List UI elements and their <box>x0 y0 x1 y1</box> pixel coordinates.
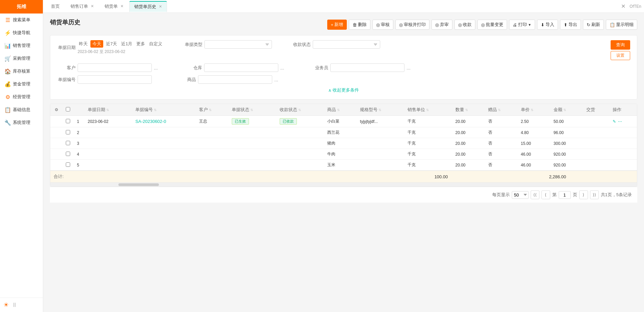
page-size-select[interactable]: 20 50 100 <box>512 191 529 199</box>
row-checkbox[interactable] <box>66 141 70 145</box>
th-spec[interactable]: 规格型号⇅ <box>357 104 404 116</box>
warehouse-dots[interactable]: ... <box>280 65 284 71</box>
tab-sales-order[interactable]: 销售订单 ✕ <box>65 1 99 12</box>
th-settings[interactable]: ⚙ <box>50 104 62 116</box>
tab-sales-history-close[interactable]: ✕ <box>159 4 162 9</box>
horizontal-scrollbar[interactable] <box>50 182 637 186</box>
th-amount[interactable]: 金额⇅ <box>550 104 583 116</box>
tab-home[interactable]: 首页 <box>46 1 65 12</box>
th-doc-no[interactable]: 单据编号⇅ <box>132 104 196 116</box>
th-unit[interactable]: 销售单位⇅ <box>404 104 452 116</box>
tab-sales-history[interactable]: 销货单历史 ✕ <box>129 1 167 12</box>
audit-icon: ◎ <box>376 22 380 27</box>
row-checkbox[interactable] <box>66 130 70 134</box>
tab-sales-order-close[interactable]: ✕ <box>91 4 94 8</box>
customer-dots[interactable]: ... <box>154 65 158 71</box>
print-button[interactable]: 🖨 打印 ▼ <box>509 20 535 30</box>
first-page-button[interactable]: ⟨⟨ <box>531 190 539 199</box>
sidebar-bottom-icon1[interactable]: ☀ <box>3 301 9 309</box>
doc-type-input[interactable] <box>204 40 272 49</box>
goods-dots[interactable]: ... <box>274 77 278 82</box>
doc-no-link[interactable]: SA-20230602-0 <box>135 119 166 124</box>
sidebar-item-basic-info[interactable]: 📋 基础信息 <box>0 103 43 116</box>
scroll-thumb[interactable] <box>118 183 159 186</box>
sidebar-bottom-icon2[interactable]: ⏸ <box>11 302 18 309</box>
sidebar-item-search-menu[interactable]: ☰ 搜索菜单 <box>0 14 43 26</box>
td-checkbox[interactable] <box>62 116 74 127</box>
sidebar-item-ops-mgmt[interactable]: ⚙ 经营管理 <box>0 90 43 103</box>
th-customer[interactable]: 客户⇅ <box>196 104 228 116</box>
audit-print-button[interactable]: ◎ 审核并打印 <box>395 20 429 30</box>
td-doc-no[interactable] <box>132 149 196 160</box>
td-action[interactable] <box>609 127 637 138</box>
show-detail-button[interactable]: 📋 显示明细 <box>606 20 637 30</box>
row-checkbox[interactable] <box>66 162 70 167</box>
row-checkbox[interactable] <box>66 119 70 123</box>
th-doc-status[interactable]: 单据状态⇅ <box>228 104 276 116</box>
sidebar-item-sales-mgmt[interactable]: 📊 销售管理 <box>0 39 43 52</box>
sidebar-item-sys-mgmt[interactable]: 🔧 系统管理 <box>0 116 43 129</box>
page-number-input[interactable] <box>559 191 571 199</box>
more-btn[interactable]: ⋯ <box>618 119 622 124</box>
th-gift[interactable]: 赠品⇅ <box>485 104 517 116</box>
td-doc-no[interactable] <box>132 127 196 138</box>
doc-no-input[interactable] <box>78 75 152 84</box>
shortcut-today[interactable]: 今天 <box>90 40 103 48</box>
sidebar-item-purchase-mgmt[interactable]: 🛒 采购管理 <box>0 52 43 65</box>
shortcut-last7[interactable]: 近7天 <box>105 40 118 48</box>
td-checkbox[interactable] <box>62 127 74 138</box>
staff-input[interactable] <box>330 63 404 72</box>
shortcut-more[interactable]: 更多 <box>135 40 146 48</box>
warehouse-input[interactable] <box>204 63 278 72</box>
shortcut-yesterday[interactable]: 昨天 <box>78 40 89 48</box>
td-action[interactable] <box>609 149 637 160</box>
edit-btn[interactable]: ✎ <box>613 119 616 124</box>
td-settings <box>50 138 62 149</box>
td-checkbox[interactable] <box>62 138 74 149</box>
batch-change-button[interactable]: ◎ 批量变更 <box>477 20 507 30</box>
th-price[interactable]: 单价⇅ <box>517 104 550 116</box>
next-page-button[interactable]: ⟩ <box>579 190 588 199</box>
th-goods[interactable]: 商品⇅ <box>324 104 357 116</box>
sidebar-item-inventory[interactable]: 🏠 库存核算 <box>0 65 43 78</box>
select-all-checkbox[interactable] <box>66 107 70 111</box>
collect-label: 收款 <box>463 22 472 28</box>
goods-input[interactable] <box>198 75 272 84</box>
abandon-button[interactable]: ◎ 弃审 <box>431 20 452 30</box>
td-doc-no[interactable]: SA-20230602-0 <box>132 116 196 127</box>
new-button[interactable]: + 新增 <box>327 20 347 30</box>
collect-button[interactable]: ◎ 收款 <box>454 20 475 30</box>
th-payment-status[interactable]: 收款状态⇅ <box>276 104 324 116</box>
refresh-button[interactable]: ↻ 刷新 <box>583 20 604 30</box>
th-qty[interactable]: 数量⇅ <box>452 104 485 116</box>
tab-sales-goods[interactable]: 销货单 ✕ <box>100 1 129 12</box>
sidebar-item-quick-nav[interactable]: ⚡ 快捷导航 <box>0 26 43 39</box>
export-button[interactable]: ⬆ 导出 <box>560 20 581 30</box>
import-button[interactable]: ⬇ 导入 <box>537 20 558 30</box>
sidebar-item-capital-mgmt[interactable]: 💰 资金管理 <box>0 78 43 90</box>
td-action[interactable]: ✎⋯ <box>609 116 637 127</box>
td-doc-no[interactable] <box>132 160 196 171</box>
td-checkbox[interactable] <box>62 160 74 171</box>
prev-page-button[interactable]: ⟨ <box>541 190 550 199</box>
td-checkbox[interactable] <box>62 149 74 160</box>
tab-sales-goods-close[interactable]: ✕ <box>120 4 123 8</box>
td-doc-no[interactable] <box>132 138 196 149</box>
tab-bar-close-all[interactable]: ✕ <box>621 3 625 9</box>
th-doc-date[interactable]: 单据日期⇅ <box>84 104 132 116</box>
last-page-button[interactable]: ⟩⟩ <box>590 190 599 199</box>
shortcut-last1m[interactable]: 近1月 <box>120 40 134 48</box>
settings-button[interactable]: 设置 <box>611 51 630 60</box>
th-checkbox[interactable] <box>62 104 74 116</box>
query-button[interactable]: 查询 <box>611 40 630 50</box>
staff-dots[interactable]: ... <box>407 65 411 71</box>
td-action[interactable] <box>609 138 637 149</box>
delete-button[interactable]: 🗑 删除 <box>349 20 370 30</box>
audit-button[interactable]: ◎ 审核 <box>372 20 393 30</box>
shortcut-custom[interactable]: 自定义 <box>148 40 164 48</box>
payment-status-input[interactable] <box>313 40 380 49</box>
collapse-button[interactable]: ∧ 收起更多条件 <box>328 87 359 93</box>
row-checkbox[interactable] <box>66 152 70 156</box>
customer-input[interactable] <box>78 63 152 72</box>
td-action[interactable] <box>609 160 637 171</box>
